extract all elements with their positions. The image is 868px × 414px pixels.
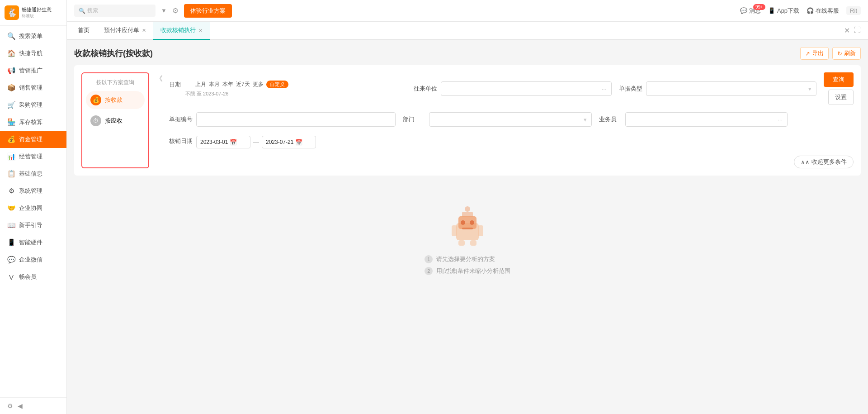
verify-date-end-value: 2023-07-21: [266, 139, 293, 145]
wechat-icon: 💬: [7, 256, 15, 264]
sidebar-label-purchase: 采购管理: [19, 101, 42, 109]
sidebar-item-purchase[interactable]: 🛒 采购管理: [0, 96, 66, 114]
tab-prepay-label: 预付冲应付单: [104, 26, 139, 34]
dept-label: 部门: [403, 115, 425, 124]
voucher-no-input[interactable]: [196, 112, 396, 127]
tab-close-all-icon[interactable]: ✕: [844, 26, 850, 35]
tab-prepay[interactable]: 预付冲应付单 ✕: [97, 22, 153, 40]
sidebar-item-operations[interactable]: 📊 经营管理: [0, 148, 66, 165]
sidebar-item-hardware[interactable]: 📱 智能硬件: [0, 234, 66, 251]
salesperson-select[interactable]: ···: [625, 112, 788, 127]
page-actions: ↗ 导出 ↻ 刷新: [800, 47, 861, 60]
refresh-button[interactable]: ↻ 刷新: [832, 47, 861, 60]
query-button[interactable]: 查询: [824, 72, 854, 87]
user-avatar[interactable]: Rit: [846, 6, 861, 15]
dept-select[interactable]: ▾: [429, 112, 592, 127]
date-shortcuts: 上月 本月 本年 近7天 更多 自定义: [195, 81, 288, 88]
refresh-icon: ↻: [837, 50, 842, 57]
date-link-last-month[interactable]: 上月: [195, 81, 206, 88]
verify-date-range: 2023-03-01 📅 — 2023-07-21 📅: [196, 136, 316, 148]
settings-footer-icon[interactable]: ⚙: [7, 402, 13, 409]
online-service-link[interactable]: 🎧 在线客服: [807, 7, 839, 15]
calendar-end-icon[interactable]: 📅: [295, 139, 302, 146]
export-button[interactable]: ↗ 导出: [800, 47, 829, 60]
empty-hint-2: 2 用[过滤]条件来缩小分析范围: [425, 267, 510, 275]
calendar-start-icon[interactable]: 📅: [230, 139, 237, 146]
tab-receipt-verify-label: 收款核销执行: [160, 26, 196, 34]
search-placeholder-text: 搜索: [87, 7, 98, 14]
date-link-this-month[interactable]: 本月: [209, 81, 220, 88]
tab-receipt-verify-close[interactable]: ✕: [198, 28, 203, 33]
sidebar-item-search-menu[interactable]: 🔍 搜索菜单: [0, 28, 66, 45]
operations-icon: 📊: [7, 152, 15, 161]
app-edition: 标准版: [22, 13, 52, 19]
sidebar-item-marketing[interactable]: 📢 营销推广: [0, 62, 66, 79]
empty-state: 1 请先选择要分析的方案 2 用[过滤]条件来缩小分析范围: [74, 176, 861, 302]
tab-receipt-verify[interactable]: 收款核销执行 ✕: [153, 22, 210, 40]
filter-row-2: 单据编号 部门 ▾ 业务员 ···: [169, 112, 854, 127]
voucher-no-label: 单据编号: [169, 115, 193, 124]
scheme-option-by-receivable[interactable]: ⏱ 按应收: [86, 112, 145, 130]
tab-home[interactable]: 首页: [71, 22, 97, 40]
app-download-link[interactable]: 📱 App下载: [768, 7, 799, 15]
tab-expand-icon[interactable]: ⛶: [854, 26, 861, 34]
sidebar-item-member[interactable]: V 畅会员: [0, 268, 66, 286]
voucher-type-select[interactable]: ▾: [646, 81, 817, 96]
sidebar-item-basic-info[interactable]: 📋 基础信息: [0, 165, 66, 182]
collapse-more-icon: ∧∧: [801, 159, 810, 166]
purchase-icon: 🛒: [7, 101, 15, 109]
collapse-panel-btn[interactable]: 《: [155, 72, 164, 84]
svg-rect-9: [462, 212, 473, 217]
sidebar-item-quick-nav[interactable]: 🏠 快捷导航: [0, 45, 66, 62]
tab-home-label: 首页: [78, 26, 90, 34]
message-count: 99+: [753, 4, 765, 10]
sidebar-label-marketing: 营销推广: [19, 67, 42, 75]
settings-gear-icon[interactable]: ⚙: [172, 6, 179, 15]
search-menu-icon: 🔍: [7, 32, 15, 40]
salesperson-field: 业务员 ···: [599, 112, 788, 127]
service-icon: 🎧: [807, 7, 814, 14]
export-label: 导出: [812, 49, 824, 57]
verify-date-end-input[interactable]: 2023-07-21 📅: [262, 136, 316, 148]
sidebar-item-inventory[interactable]: 🏪 库存核算: [0, 114, 66, 131]
empty-hint-1: 1 请先选择要分析的方案: [425, 255, 510, 263]
voucher-type-label: 单据类型: [619, 85, 642, 93]
collapse-more-label: 收起更多条件: [811, 158, 847, 166]
search-dropdown-icon[interactable]: ▼: [161, 7, 167, 14]
inventory-icon: 🏪: [7, 118, 15, 126]
sidebar-label-operations: 经营管理: [19, 152, 42, 161]
verify-date-start-input[interactable]: 2023-03-01 📅: [196, 136, 250, 148]
sidebar-label-search-menu: 搜索菜单: [19, 32, 42, 40]
message-badge[interactable]: 💬 消息 99+: [740, 7, 761, 15]
verify-date-label: 核销日期: [169, 137, 193, 145]
svg-rect-6: [478, 225, 483, 236]
sidebar-label-sales: 销售管理: [19, 84, 42, 92]
scheme-option-by-receipt[interactable]: 💰 按收款: [86, 91, 145, 109]
date-link-7days[interactable]: 近7天: [236, 81, 250, 88]
svg-rect-8: [470, 240, 476, 246]
sidebar-item-finance[interactable]: 💰 资金管理: [0, 131, 66, 148]
date-link-this-year[interactable]: 本年: [222, 81, 233, 88]
sidebar-item-guide[interactable]: 📖 新手引导: [0, 217, 66, 234]
tab-prepay-close[interactable]: ✕: [142, 28, 146, 33]
solution-button[interactable]: 体验行业方案: [184, 4, 232, 18]
sidebar-item-enterprise[interactable]: 🤝 企业协同: [0, 200, 66, 217]
sidebar-item-system[interactable]: ⚙ 系统管理: [0, 182, 66, 200]
date-no-limit: 不限 至 2023-07-26: [185, 90, 228, 97]
date-label: 日期: [169, 81, 192, 89]
by-receipt-icon: 💰: [90, 95, 101, 105]
global-search[interactable]: 🔍 搜索: [74, 5, 156, 17]
collapse-sidebar-icon[interactable]: ◀: [18, 402, 23, 409]
sidebar-item-sales[interactable]: 📦 销售管理: [0, 79, 66, 96]
setting-button[interactable]: 设置: [828, 90, 854, 105]
sales-icon: 📦: [7, 84, 15, 92]
basic-info-icon: 📋: [7, 170, 15, 178]
date-custom-badge[interactable]: 自定义: [266, 81, 288, 88]
sidebar-item-wechat[interactable]: 💬 企业微信: [0, 251, 66, 268]
date-link-more[interactable]: 更多: [253, 81, 264, 88]
topbar: 🔍 搜索 ▼ ⚙ 体验行业方案 💬 消息 99+ 📱 App下载 🎧 在线客服 …: [67, 0, 868, 22]
collapse-more-button[interactable]: ∧∧ 收起更多条件: [794, 156, 854, 168]
counterparty-select[interactable]: ···: [441, 81, 612, 96]
sidebar-label-finance: 资金管理: [19, 135, 42, 143]
enterprise-icon: 🤝: [7, 204, 15, 212]
